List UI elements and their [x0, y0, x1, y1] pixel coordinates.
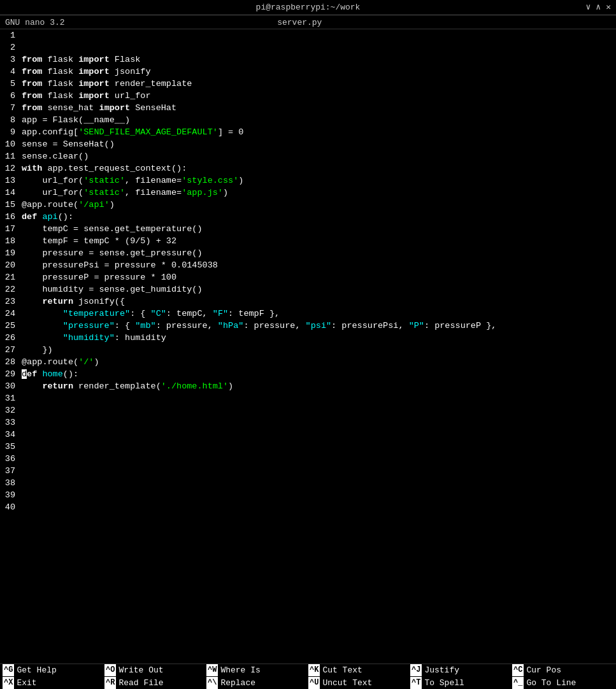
- line-number: 20: [3, 259, 15, 271]
- status-key: ^X: [3, 677, 14, 689]
- code-line: sense = SenseHat(): [22, 138, 616, 150]
- top-bar-right: [534, 17, 611, 27]
- status-label: Write Out: [118, 664, 163, 676]
- code-line: def home():: [22, 368, 616, 380]
- code-line: def api():: [22, 211, 616, 223]
- status-label: Get Help: [17, 664, 56, 676]
- code-line: return jsonify({: [22, 295, 616, 308]
- status-item: ^RRead File: [102, 677, 204, 689]
- line-number: 39: [3, 489, 15, 501]
- line-number: 1: [3, 29, 15, 41]
- status-key: ^O: [104, 664, 116, 676]
- status-item: ^\Replace: [204, 677, 306, 689]
- line-number: 4: [3, 66, 15, 78]
- status-key: ^K: [308, 664, 320, 676]
- line-number: 21: [3, 271, 15, 283]
- code-line: "humidity": humidity: [22, 332, 616, 344]
- line-number: 33: [3, 416, 15, 429]
- code-line: }): [22, 344, 616, 356]
- line-number: 36: [3, 453, 15, 465]
- code-line: "pressure": { "mb": pressure, "hPa": pre…: [22, 320, 616, 332]
- window-controls[interactable]: ∨ ∧ ✕: [586, 1, 611, 13]
- status-label: Read File: [118, 677, 163, 689]
- code-line: url_for('static', filename='app.js'): [22, 187, 616, 199]
- line-number: 19: [3, 247, 15, 259]
- line-number: 9: [3, 126, 15, 138]
- line-number: 31: [3, 392, 15, 404]
- minimize-icon[interactable]: ∨: [586, 1, 591, 13]
- code-content[interactable]: from flask import Flaskfrom flask import…: [18, 29, 616, 664]
- status-item: ^JJustify: [408, 664, 510, 676]
- code-line: return render_template('./home.html'): [22, 380, 616, 392]
- code-line: url_for('static', filename='style.css'): [22, 174, 616, 187]
- status-row2: ^XExit^RRead File^\Replace^UUncut Text^T…: [0, 677, 616, 690]
- status-bar: ^GGet Help^OWrite Out^WWhere Is^KCut Tex…: [0, 664, 616, 689]
- code-line: pressureP = pressure * 100: [22, 271, 616, 283]
- code-line: from flask import url_for: [22, 90, 616, 102]
- status-item: ^OWrite Out: [102, 664, 204, 676]
- status-key: ^\: [206, 677, 218, 689]
- status-label: Justify: [424, 664, 459, 676]
- line-number: 37: [3, 465, 15, 477]
- code-line: from flask import Flask: [22, 53, 616, 66]
- line-number: 26: [3, 332, 15, 344]
- status-label: To Spell: [424, 677, 464, 689]
- code-line: pressure = sense.get_pressure(): [22, 247, 616, 259]
- code-line: app = Flask(__name__): [22, 114, 616, 126]
- line-number: 14: [3, 187, 15, 199]
- status-key: ^W: [206, 664, 218, 676]
- status-label: Exit: [17, 677, 36, 689]
- line-number: 23: [3, 295, 15, 308]
- status-label: Uncut Text: [322, 677, 372, 689]
- line-number: 40: [3, 501, 15, 513]
- line-number: 34: [3, 429, 15, 441]
- title-bar: pi@raspberrypi:~/work ∨ ∧ ✕: [0, 0, 616, 15]
- editor-area: 1234567891011121314151617181920212223242…: [0, 29, 616, 664]
- line-number: 28: [3, 356, 15, 368]
- line-number: 16: [3, 211, 15, 223]
- code-line: "temperature": { "C": tempC, "F": tempF …: [22, 308, 616, 320]
- line-number: 2: [3, 41, 15, 53]
- status-key: ^J: [410, 664, 422, 676]
- line-number: 38: [3, 477, 15, 489]
- app-name: GNU nano 3.2: [5, 17, 65, 27]
- line-number: 13: [3, 174, 15, 187]
- status-label: Replace: [220, 677, 255, 689]
- close-icon[interactable]: ✕: [606, 1, 611, 13]
- status-key: ^R: [104, 677, 116, 689]
- line-number: 30: [3, 380, 15, 392]
- status-key: ^_: [512, 677, 524, 689]
- code-line: sense.clear(): [22, 150, 616, 162]
- status-row1: ^GGet Help^OWrite Out^WWhere Is^KCut Tex…: [0, 664, 616, 677]
- line-number: 3: [3, 53, 15, 66]
- code-line: from flask import jsonify: [22, 66, 616, 78]
- code-line: tempF = tempC * (9/5) + 32: [22, 235, 616, 247]
- status-label: Cut Text: [322, 664, 362, 676]
- status-key: ^T: [410, 677, 422, 689]
- code-line: tempC = sense.get_temperature(): [22, 223, 616, 235]
- line-number: 6: [3, 90, 15, 102]
- code-line: from sense_hat import SenseHat: [22, 102, 616, 114]
- line-number: 7: [3, 102, 15, 114]
- status-item: ^CCur Pos: [510, 664, 612, 676]
- file-name: server.py: [277, 17, 322, 27]
- code-line: @app.route('/'): [22, 356, 616, 368]
- line-number: 17: [3, 223, 15, 235]
- code-line: @app.route('/api'): [22, 199, 616, 211]
- status-label: Cur Pos: [526, 664, 561, 676]
- line-number: 22: [3, 283, 15, 295]
- window-title: pi@raspberrypi:~/work: [256, 1, 361, 13]
- code-line: app.config['SEND_FILE_MAX_AGE_DEFAULT'] …: [22, 126, 616, 138]
- code-line: with app.test_request_context():: [22, 162, 616, 174]
- status-item: ^XExit: [0, 677, 102, 689]
- status-key: ^C: [512, 664, 524, 676]
- code-line: pressurePsi = pressure * 0.0145038: [22, 259, 616, 271]
- line-numbers: 1234567891011121314151617181920212223242…: [0, 29, 18, 664]
- status-item: ^UUncut Text: [306, 677, 408, 689]
- line-number: 25: [3, 320, 15, 332]
- line-number: 18: [3, 235, 15, 247]
- code-line: humidity = sense.get_humidity(): [22, 283, 616, 295]
- line-number: 15: [3, 199, 15, 211]
- maximize-icon[interactable]: ∧: [596, 1, 601, 13]
- status-item: ^KCut Text: [306, 664, 408, 676]
